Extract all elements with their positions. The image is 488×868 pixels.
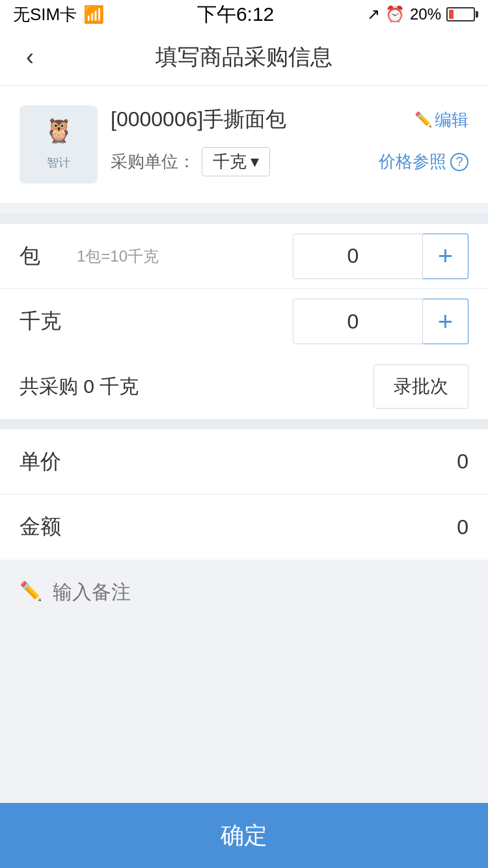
edit-button[interactable]: ✏️ 编辑 xyxy=(414,109,468,131)
product-card: 🦉智计 [0000006]手撕面包 ✏️ 编辑 采购单位： 千克 ▾ xyxy=(0,86,488,203)
kg-input-row: 千克 + xyxy=(0,289,488,354)
total-label: 共采购 0 千克 xyxy=(20,373,139,400)
status-time: 下午6:12 xyxy=(197,1,274,28)
alarm-icon: ⏰ xyxy=(385,5,405,23)
bao-label: 包 xyxy=(20,242,72,271)
wifi-icon: 📶 xyxy=(83,5,104,25)
price-ref-info-icon: ? xyxy=(450,153,468,171)
unit-select[interactable]: 千克 ▾ xyxy=(202,147,270,176)
amount-value: 0 xyxy=(457,515,468,539)
kg-label: 千克 xyxy=(20,307,72,336)
amount-label: 金额 xyxy=(20,513,61,541)
amount-row: 金额 0 xyxy=(0,495,488,560)
bao-input-wrap: + xyxy=(293,234,468,279)
bao-plus-button[interactable]: + xyxy=(423,234,468,279)
kg-plus-button[interactable]: + xyxy=(423,299,468,344)
purchase-unit-label: 采购单位： xyxy=(111,150,195,173)
kg-input[interactable] xyxy=(293,299,423,344)
battery-fill xyxy=(449,10,454,19)
confirm-button[interactable]: 确定 xyxy=(0,803,488,868)
battery-text: 20% xyxy=(410,5,441,23)
product-name: [0000006]手撕面包 xyxy=(111,105,286,134)
kg-input-wrap: + xyxy=(293,299,468,344)
nav-bar: ‹ 填写商品采购信息 xyxy=(0,29,488,86)
unit-price-row: 单价 0 xyxy=(0,429,488,495)
price-section: 单价 0 金额 0 xyxy=(0,429,488,560)
product-logo: 🦉智计 xyxy=(44,116,74,172)
bao-input[interactable] xyxy=(293,234,423,279)
record-batch-button[interactable]: 录批次 xyxy=(373,364,468,409)
page-title: 填写商品采购信息 xyxy=(156,42,332,72)
main-content: 🦉智计 [0000006]手撕面包 ✏️ 编辑 采购单位： 千克 ▾ xyxy=(0,86,488,732)
location-icon: ↗ xyxy=(367,5,380,23)
signal-text: 无SIM卡 xyxy=(13,3,77,26)
product-name-row: [0000006]手撕面包 ✏️ 编辑 xyxy=(111,105,468,134)
product-image: 🦉智计 xyxy=(20,105,98,183)
purchase-unit-row: 采购单位： 千克 ▾ 价格参照 ? xyxy=(111,147,468,176)
section-divider-2 xyxy=(0,419,488,429)
chevron-down-icon: ▾ xyxy=(251,152,259,172)
battery-icon xyxy=(446,7,475,21)
total-row: 共采购 0 千克 录批次 xyxy=(0,354,488,419)
status-bar: 无SIM卡 📶 下午6:12 ↗ ⏰ 20% xyxy=(0,0,488,29)
unit-price-value: 0 xyxy=(457,450,468,474)
edit-icon: ✏️ xyxy=(414,111,432,128)
note-section: ✏️ xyxy=(0,560,488,667)
input-section: 包 1包=10千克 + 千克 + xyxy=(0,224,488,354)
status-left: 无SIM卡 📶 xyxy=(13,3,104,26)
bao-sublabel: 1包=10千克 xyxy=(77,246,159,267)
section-divider-1 xyxy=(0,213,488,224)
price-ref-button[interactable]: 价格参照 ? xyxy=(379,150,468,173)
status-right: ↗ ⏰ 20% xyxy=(367,5,475,23)
pencil-icon: ✏️ xyxy=(20,580,42,602)
note-input[interactable] xyxy=(53,579,468,647)
bao-input-row: 包 1包=10千克 + xyxy=(0,224,488,289)
total-value: 0 xyxy=(83,375,94,397)
back-button[interactable]: ‹ xyxy=(20,37,40,77)
product-info: [0000006]手撕面包 ✏️ 编辑 采购单位： 千克 ▾ 价格参照 xyxy=(111,105,468,176)
unit-price-label: 单价 xyxy=(20,448,61,476)
